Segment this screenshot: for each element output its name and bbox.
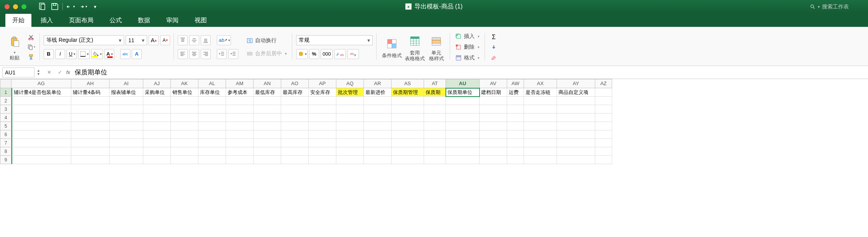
col-header-AS[interactable]: AS	[391, 79, 424, 88]
row-header-9[interactable]: 9	[0, 156, 11, 164]
cell-AP1[interactable]: 安全库存	[309, 88, 336, 97]
name-box[interactable]: AU1	[2, 67, 34, 77]
qat-customize-icon[interactable]: ▾	[90, 2, 100, 11]
cell-AQ5[interactable]	[336, 122, 364, 130]
orientation-icon[interactable]: ab↗▾	[217, 35, 231, 45]
cell-AG1[interactable]: 辅计量4是否包装单位	[11, 88, 71, 97]
cell-AQ4[interactable]	[336, 114, 364, 122]
col-header-AG[interactable]: AG	[11, 79, 71, 88]
cell-AT8[interactable]	[424, 147, 446, 156]
cell-AR9[interactable]	[364, 156, 391, 164]
cell-AS7[interactable]	[391, 139, 424, 147]
format-painter-icon[interactable]	[26, 53, 36, 61]
insert-cells-button[interactable]: 插入▾	[454, 32, 481, 41]
cell-AV1[interactable]: 建档日期	[480, 88, 507, 97]
cell-AT3[interactable]	[424, 105, 446, 114]
cell-AS9[interactable]	[391, 156, 424, 164]
cell-AQ2[interactable]	[336, 97, 364, 105]
tab-review[interactable]: 审阅	[159, 14, 185, 27]
phonetic-guide-icon[interactable]: abc	[120, 49, 130, 59]
col-header-AO[interactable]: AO	[281, 79, 309, 88]
col-header-AJ[interactable]: AJ	[143, 79, 171, 88]
cell-AM7[interactable]	[226, 139, 254, 147]
cell-AM2[interactable]	[226, 97, 254, 105]
cell-AR7[interactable]	[364, 139, 391, 147]
cell-AW7[interactable]	[507, 139, 524, 147]
cell-AY4[interactable]	[557, 114, 595, 122]
cell-AX9[interactable]	[524, 156, 557, 164]
name-stepper[interactable]: ▲▼	[37, 69, 40, 76]
clear-icon[interactable]	[489, 53, 499, 61]
cell-AT4[interactable]	[424, 114, 446, 122]
redo-icon[interactable]: ▾	[78, 2, 87, 11]
cell-AS8[interactable]	[391, 147, 424, 156]
decrease-decimal-icon[interactable]: .00.0	[347, 49, 359, 59]
cell-AO1[interactable]: 最高库存	[281, 88, 309, 97]
minimize-window[interactable]	[13, 4, 18, 9]
cell-AJ5[interactable]	[143, 122, 171, 130]
cell-AL9[interactable]	[198, 156, 226, 164]
cell-AR5[interactable]	[364, 122, 391, 130]
cell-AO9[interactable]	[281, 156, 309, 164]
close-window[interactable]	[5, 4, 10, 9]
cell-AZ3[interactable]	[595, 105, 612, 114]
cell-AR8[interactable]	[364, 147, 391, 156]
paste-button[interactable]	[6, 33, 23, 50]
cell-AX5[interactable]	[524, 122, 557, 130]
cell-AN4[interactable]	[254, 114, 281, 122]
autosum-icon[interactable]: Σ	[489, 33, 499, 41]
cell-AR2[interactable]	[364, 97, 391, 105]
cell-AG4[interactable]	[11, 114, 71, 122]
cell-AM9[interactable]	[226, 156, 254, 164]
cell-AP3[interactable]	[309, 105, 336, 114]
cell-AK5[interactable]	[171, 122, 198, 130]
cell-AT2[interactable]	[424, 97, 446, 105]
align-middle-icon[interactable]	[189, 35, 199, 45]
cell-AU2[interactable]	[446, 97, 480, 105]
cell-AW9[interactable]	[507, 156, 524, 164]
decrease-font-icon[interactable]: A▾	[160, 35, 170, 45]
cell-AK2[interactable]	[171, 97, 198, 105]
select-all-corner[interactable]	[0, 79, 11, 88]
col-header-AI[interactable]: AI	[110, 79, 143, 88]
formula-input[interactable]	[73, 69, 868, 76]
col-header-AL[interactable]: AL	[198, 79, 226, 88]
cell-AG5[interactable]	[11, 122, 71, 130]
format-cells-button[interactable]: 格式▾	[454, 53, 481, 63]
col-header-AQ[interactable]: AQ	[336, 79, 364, 88]
cancel-formula-icon[interactable]: ✕	[44, 69, 55, 75]
cell-AX3[interactable]	[524, 105, 557, 114]
cell-AY1[interactable]: 商品自定义项	[557, 88, 595, 97]
cell-AZ9[interactable]	[595, 156, 612, 164]
cell-AY9[interactable]	[557, 156, 595, 164]
copy-icon[interactable]: ▾	[26, 43, 36, 51]
tab-insert[interactable]: 插入	[34, 14, 60, 27]
cell-AU4[interactable]	[446, 114, 480, 122]
row-header-7[interactable]: 7	[0, 139, 11, 147]
row-header-3[interactable]: 3	[0, 105, 11, 114]
cell-AH8[interactable]	[71, 147, 110, 156]
cell-AO8[interactable]	[281, 147, 309, 156]
cell-AQ3[interactable]	[336, 105, 364, 114]
cell-AX6[interactable]	[524, 130, 557, 139]
cut-icon[interactable]	[26, 33, 36, 42]
align-right-icon[interactable]	[201, 49, 211, 59]
cell-AT9[interactable]	[424, 156, 446, 164]
cell-AU9[interactable]	[446, 156, 480, 164]
cell-AS1[interactable]: 保质期管理	[391, 88, 424, 97]
col-header-AX[interactable]: AX	[524, 79, 557, 88]
cell-AN5[interactable]	[254, 122, 281, 130]
cell-AW3[interactable]	[507, 105, 524, 114]
fx-icon[interactable]: fx	[66, 69, 70, 75]
comma-format-icon[interactable]: 000	[321, 49, 333, 59]
cell-AN3[interactable]	[254, 105, 281, 114]
cell-AJ7[interactable]	[143, 139, 171, 147]
cell-AH9[interactable]	[71, 156, 110, 164]
zoom-window[interactable]	[21, 4, 26, 9]
cell-AO6[interactable]	[281, 130, 309, 139]
cell-AP6[interactable]	[309, 130, 336, 139]
enter-formula-icon[interactable]: ✓	[55, 69, 66, 75]
cell-AP5[interactable]	[309, 122, 336, 130]
cell-AX2[interactable]	[524, 97, 557, 105]
undo-icon[interactable]: ▾	[66, 2, 75, 11]
